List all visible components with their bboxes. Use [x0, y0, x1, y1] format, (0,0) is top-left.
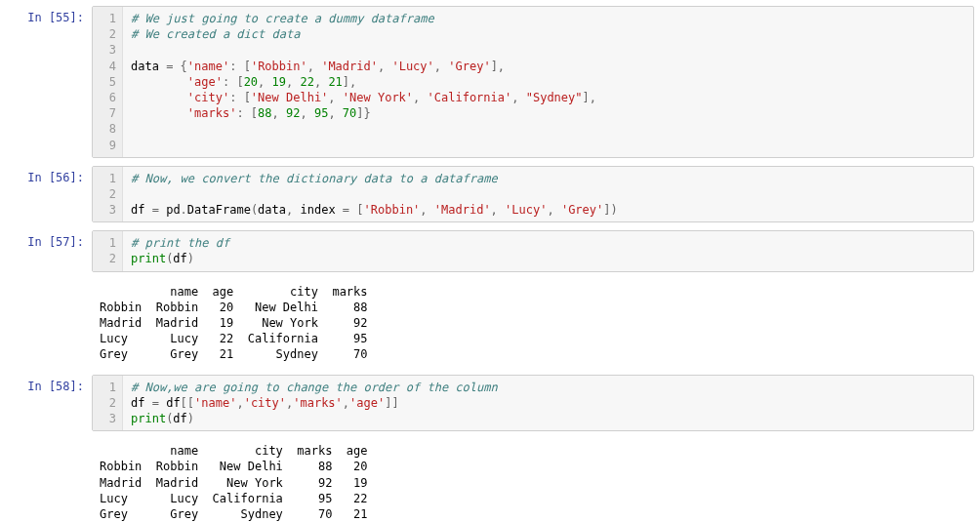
code-cell: In [55]: 123456789 # We just going to cr…: [6, 6, 974, 158]
line-gutter: 123: [93, 376, 123, 431]
output-prompt: [6, 280, 92, 367]
code-text[interactable]: # Now, we convert the dictionary data to…: [123, 167, 973, 222]
code-input[interactable]: 123 # Now, we convert the dictionary dat…: [92, 166, 974, 223]
line-gutter: 123456789: [93, 7, 123, 157]
code-input[interactable]: 123 # Now,we are going to change the ord…: [92, 375, 974, 432]
code-text[interactable]: # Now,we are going to change the order o…: [123, 376, 973, 431]
output-text: name age city marks Robbin Robbin 20 New…: [92, 280, 974, 367]
output-text: name city marks age Robbin Robbin New De…: [92, 439, 974, 522]
code-cell: In [57]: 12 # print the df print(df): [6, 230, 974, 271]
code-input[interactable]: 12 # print the df print(df): [92, 230, 974, 271]
prompt-label: In [56]:: [6, 166, 92, 223]
output-cell: name city marks age Robbin Robbin New De…: [6, 439, 974, 522]
code-input[interactable]: 123456789 # We just going to create a du…: [92, 6, 974, 158]
prompt-label: In [57]:: [6, 230, 92, 271]
line-gutter: 123: [93, 167, 123, 222]
prompt-label: In [55]:: [6, 6, 92, 158]
code-text[interactable]: # We just going to create a dummy datafr…: [123, 7, 973, 157]
code-cell: In [56]: 123 # Now, we convert the dicti…: [6, 166, 974, 223]
output-prompt: [6, 439, 92, 522]
output-cell: name age city marks Robbin Robbin 20 New…: [6, 280, 974, 367]
code-text[interactable]: # print the df print(df): [123, 231, 973, 270]
code-cell: In [58]: 123 # Now,we are going to chang…: [6, 375, 974, 432]
line-gutter: 12: [93, 231, 123, 270]
prompt-label: In [58]:: [6, 375, 92, 432]
